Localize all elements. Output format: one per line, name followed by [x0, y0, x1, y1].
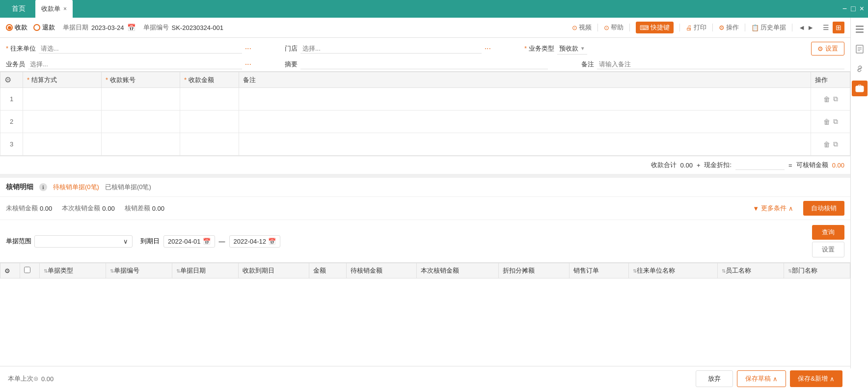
shop-input[interactable]	[300, 44, 482, 54]
history-btn[interactable]: 📋 历史单据	[751, 23, 786, 32]
discard-btn[interactable]: 放弃	[696, 370, 733, 387]
row-1-actions: 🗑 ⧉	[811, 88, 850, 111]
save-draft-btn[interactable]: 保存草稿 ∧	[737, 370, 786, 387]
save-draft-label: 保存草稿	[745, 374, 771, 383]
tab-close-icon[interactable]: ×	[63, 5, 67, 12]
save-draft-chevron-icon: ∧	[773, 375, 778, 383]
bottom-col-number: ⇅单据编号	[106, 263, 172, 279]
range-chevron-icon: ∨	[123, 238, 128, 245]
nav-prev-btn[interactable]: ◄	[798, 24, 805, 31]
row-2-settlement[interactable]	[23, 111, 102, 133]
shop-more-icon[interactable]: ···	[485, 44, 491, 53]
row-3-actions: 🗑 ⧉	[811, 133, 850, 156]
number-field: 单据编号 SK-20230324-001	[143, 23, 224, 32]
salesperson-input[interactable]	[28, 59, 242, 69]
table-row: 1 🗑 ⧉	[0, 88, 850, 111]
more-conditions-btn[interactable]: ▼ 更多条件 ∧	[753, 204, 793, 213]
writeoff-info-icon[interactable]: ℹ	[39, 183, 47, 191]
row-3-settlement[interactable]	[23, 133, 102, 156]
partner-input[interactable]	[39, 44, 242, 54]
bottom-col-due-date: 收款到期日	[239, 263, 309, 279]
unverified-amount: 未核销金额 0.00	[6, 204, 52, 213]
row-3-remark[interactable]	[239, 133, 811, 156]
video-btn[interactable]: ⊙ 视频	[572, 23, 592, 32]
row-3-copy-icon[interactable]: ⧉	[833, 140, 838, 148]
business-type-select[interactable]: 预收款 ▼	[557, 43, 587, 55]
bottom-col-current: 本次核销金额	[417, 263, 499, 279]
total-label: 收款合计	[651, 161, 677, 169]
row-2-copy-icon[interactable]: ⧉	[833, 117, 838, 126]
date-field: 单据日期 2023-03-24 📅	[63, 23, 136, 32]
col-settlement-header: * 结算方式	[23, 72, 102, 88]
row-2-account[interactable]	[102, 111, 180, 133]
sidebar-icon-table[interactable]	[852, 22, 868, 37]
unverified-amount-label: 未核销金额	[6, 204, 38, 213]
select-all-checkbox[interactable]	[24, 267, 30, 273]
history-icon: 📋	[751, 24, 759, 31]
sidebar-icon-doc[interactable]	[852, 41, 868, 57]
row-1-account[interactable]	[102, 88, 180, 111]
row-3-account[interactable]	[102, 133, 180, 156]
filter-buttons: 查询 设置	[812, 225, 844, 257]
diff-amount: 核销差额 0.00	[125, 204, 164, 213]
writeoff-settings-btn[interactable]: 设置	[812, 242, 844, 257]
row-3-delete-icon[interactable]: 🗑	[823, 140, 830, 148]
operation-btn[interactable]: ⚙ 操作	[719, 23, 739, 32]
calendar-icon[interactable]: 📅	[127, 24, 136, 31]
date-from-input[interactable]: 2022-04-01 📅	[163, 235, 215, 248]
nav-next-btn[interactable]: ►	[807, 24, 814, 31]
tab-home[interactable]: 首页	[4, 0, 33, 18]
sidebar-icon-link[interactable]	[852, 61, 868, 77]
partner-more-icon[interactable]: ···	[245, 44, 251, 53]
nav-group: ◄ ►	[798, 24, 814, 31]
form-settings-btn[interactable]: ⚙ 设置	[811, 42, 844, 56]
row-2-remark[interactable]	[239, 111, 811, 133]
row-1-copy-icon[interactable]: ⧉	[833, 95, 838, 103]
tab-receipt[interactable]: 收款单 ×	[35, 0, 73, 18]
row-1-delete-icon[interactable]: 🗑	[823, 95, 830, 103]
date-to-input[interactable]: 2022-04-12 📅	[229, 235, 281, 248]
bottom-col-checkbox[interactable]	[20, 263, 40, 279]
remark-input[interactable]	[597, 59, 844, 69]
window-close[interactable]: ×	[860, 4, 864, 13]
query-btn[interactable]: 查询	[812, 225, 844, 240]
chevron-down-icon: ▼	[580, 46, 585, 51]
shortcut-btn[interactable]: ⌨ 快捷键	[636, 22, 674, 33]
col-gear[interactable]: ⚙	[0, 72, 23, 88]
discount-input[interactable]	[735, 160, 785, 170]
row-2-delete-icon[interactable]: 🗑	[823, 118, 830, 126]
svg-rect-1	[856, 28, 864, 30]
business-type-value: 预收款	[559, 44, 578, 53]
help-btn[interactable]: ⊙ 帮助	[604, 23, 624, 32]
table-settings-icon[interactable]: ⚙	[4, 76, 11, 84]
window-minimize[interactable]: −	[842, 4, 847, 13]
shortcut-icon: ⌨	[640, 24, 649, 31]
sidebar-icon-camera[interactable]	[852, 81, 868, 96]
row-1-amount[interactable]	[180, 88, 239, 111]
bottom-col-gear[interactable]: ⚙	[0, 263, 20, 279]
col-action-header: 操作	[811, 72, 850, 88]
range-select[interactable]: ∨	[34, 235, 133, 248]
writeoff-title: 核销明细	[6, 183, 33, 192]
completed-tab[interactable]: 已核销单据(0笔)	[105, 183, 151, 192]
grid-view-btn[interactable]: ⊞	[833, 22, 844, 33]
save-new-btn[interactable]: 保存&新增 ∧	[790, 370, 842, 387]
salesperson-field: 业务员 ···	[6, 59, 251, 69]
window-maximize[interactable]: □	[851, 4, 856, 13]
receipt-radio[interactable]: 收款	[6, 23, 27, 32]
list-view-btn[interactable]: ☰	[820, 22, 832, 33]
bottom-table-settings-icon[interactable]: ⚙	[4, 267, 10, 275]
operation-label: 操作	[726, 23, 739, 32]
row-1-remark[interactable]	[239, 88, 811, 111]
auto-writeoff-btn[interactable]: 自动核销	[803, 201, 844, 216]
row-2-amount[interactable]	[180, 111, 239, 133]
print-btn[interactable]: 🖨 打印	[686, 23, 706, 32]
bottom-col-amount: 金额	[309, 263, 346, 279]
abstract-input[interactable]	[300, 59, 548, 69]
salesperson-more-icon[interactable]: ···	[245, 60, 251, 69]
row-1-settlement[interactable]	[23, 88, 102, 111]
top-section: * 往来单位 ··· 门店 ··· * 业务类型	[0, 38, 850, 176]
pending-tab[interactable]: 待核销单据(0笔)	[53, 183, 99, 192]
row-3-amount[interactable]	[180, 133, 239, 156]
refund-radio[interactable]: 退款	[33, 23, 55, 32]
